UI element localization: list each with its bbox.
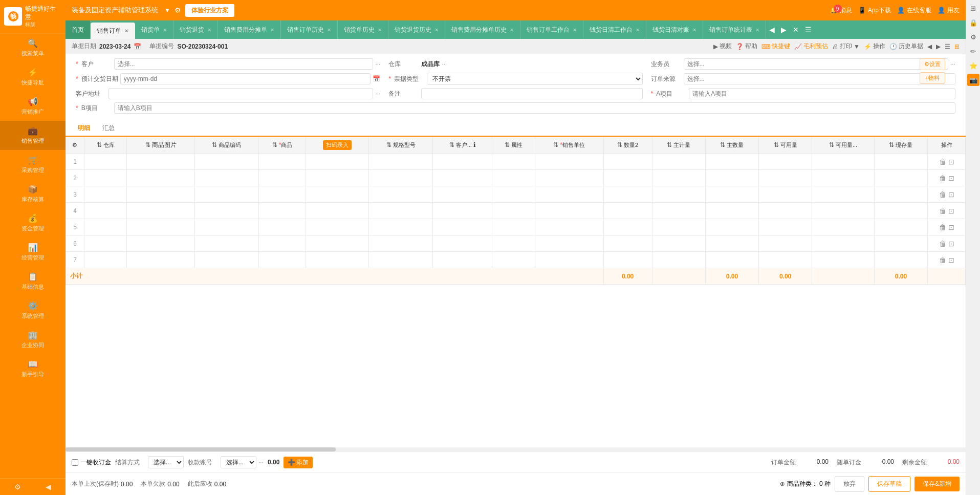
sidebar-item-sales[interactable]: 💼 销售管理 (0, 121, 66, 150)
row-sales-unit[interactable] (535, 154, 603, 170)
customer-expand-icon[interactable]: ··· (375, 60, 380, 68)
right-sidebar-btn-6[interactable]: 📷 (967, 74, 979, 86)
trial-button[interactable]: 体验行业方案 (185, 4, 234, 17)
notification-bell[interactable]: 🔔 9 消息 (830, 6, 852, 15)
tab-close-icon[interactable]: ✕ (378, 27, 382, 33)
sidebar-item-operations[interactable]: 📊 经营管理 (0, 238, 66, 267)
row-delete-icon[interactable]: 🗑 (939, 256, 946, 264)
tab-credit-workbench[interactable]: 钱货日清工作台 ✕ (583, 20, 646, 39)
profit-action-btn[interactable]: 📈 毛利预估 (794, 42, 828, 51)
tab-close-icon[interactable]: ✕ (124, 28, 128, 34)
sidebar-item-marketing[interactable]: 📢 营销推广 (0, 92, 66, 121)
tab-prev-button[interactable]: ◀ (766, 20, 778, 39)
row-qty2[interactable] (603, 154, 652, 170)
row-product[interactable] (259, 154, 306, 170)
one-click-order-checkbox[interactable] (72, 459, 78, 466)
b-project-input[interactable] (114, 102, 955, 114)
row-copy-icon[interactable]: ⊡ (948, 223, 954, 231)
sidebar-item-inventory[interactable]: 📦 库存核算 (0, 179, 66, 208)
save-draft-button[interactable]: 保存草稿 (868, 476, 910, 492)
tab-summary[interactable]: 汇总 (96, 121, 121, 136)
right-sidebar-btn-1[interactable]: ⊞ (967, 2, 979, 14)
bank-expand-icon[interactable]: ··· (258, 459, 264, 466)
row-attributes[interactable] (492, 154, 535, 170)
customer-input[interactable] (114, 58, 374, 70)
row-delete-icon[interactable]: 🗑 (939, 207, 946, 215)
row-delete-icon[interactable]: 🗑 (939, 223, 946, 231)
row-spec[interactable] (369, 154, 433, 170)
app-download[interactable]: 📱 App下载 (858, 6, 891, 15)
tab-home[interactable]: 首页 (66, 20, 91, 39)
system-title-dropdown-icon[interactable]: ▼ (164, 7, 170, 14)
tab-menu-button[interactable]: ☰ (802, 20, 815, 39)
delivery-date-calendar-icon[interactable]: 📅 (373, 75, 380, 82)
help-action-btn[interactable]: ❓ 帮助 (736, 42, 757, 51)
tab-close-icon[interactable]: ✕ (636, 27, 640, 33)
sidebar-item-finance[interactable]: 💰 资金管理 (0, 208, 66, 238)
sidebar-item-enterprise[interactable]: 🏢 企业协同 (0, 325, 66, 354)
row-copy-icon[interactable]: ⊡ (948, 158, 954, 166)
history-action-btn[interactable]: 🕐 历史单据 (889, 42, 923, 51)
bank-account-select[interactable]: 选择... (221, 456, 256, 468)
tab-close-icon[interactable]: ✕ (327, 27, 331, 33)
settings-gear-icon[interactable]: ⚙ (14, 483, 21, 491)
row-copy-icon[interactable]: ⊡ (948, 256, 954, 264)
tab-close-icon[interactable]: ✕ (755, 27, 759, 33)
row-delete-icon[interactable]: 🗑 (939, 158, 946, 166)
tab-credit-reconcile[interactable]: 钱货日清对账 ✕ (646, 20, 703, 39)
payment-method-select[interactable]: 选择... (148, 456, 184, 468)
remarks-input[interactable] (421, 88, 642, 99)
sidebar-item-search[interactable]: 🔍 搜索菜单 (0, 33, 66, 62)
delivery-date-input[interactable] (120, 73, 371, 84)
sidebar-item-system[interactable]: ⚙️ 系统管理 (0, 296, 66, 325)
nav-prev-icon[interactable]: ◀ (927, 43, 932, 50)
tab-close-icon[interactable]: ✕ (270, 27, 274, 33)
order-source-input[interactable] (684, 73, 955, 84)
row-copy-icon[interactable]: ⊡ (948, 190, 954, 199)
tab-expense-split[interactable]: 销售费用分摊单 ✕ (218, 20, 281, 39)
th-scan[interactable]: 扫码录入 (306, 137, 369, 154)
tab-order-history[interactable]: 销售订单历史 ✕ (281, 20, 338, 39)
sidebar-item-quick-nav[interactable]: ⚡ 快捷导航 (0, 62, 66, 92)
row-main-qty[interactable] (705, 154, 758, 170)
tab-workbench[interactable]: 销售订单工作台 ✕ (520, 20, 583, 39)
tab-invoice-history[interactable]: 销货单历史 ✕ (338, 20, 388, 39)
add-payment-button[interactable]: ➕ 添加 (284, 457, 313, 468)
user-menu[interactable]: 👤 用友 (938, 6, 960, 15)
right-sidebar-btn-3[interactable]: ⚙ (967, 31, 979, 43)
scan-button[interactable]: 扫码录入 (323, 140, 352, 150)
list-view-icon[interactable]: ☰ (945, 43, 950, 50)
warehouse-expand-icon[interactable]: ··· (442, 60, 447, 68)
customer-address-input[interactable] (108, 88, 373, 99)
row-customer-code[interactable] (433, 154, 492, 170)
row-copy-icon[interactable]: ⊡ (948, 207, 954, 215)
online-service[interactable]: 👤 在线客服 (897, 6, 931, 15)
sidebar-item-basic-info[interactable]: 📋 基础信息 (0, 267, 66, 296)
tab-sales-invoice[interactable]: 销货单 ✕ (135, 20, 173, 39)
tab-close-icon[interactable]: ✕ (434, 27, 439, 33)
row-product-code[interactable] (194, 154, 258, 170)
tab-close-icon[interactable]: ✕ (573, 27, 577, 33)
right-sidebar-btn-4[interactable]: ✏ (967, 45, 979, 57)
right-sidebar-btn-2[interactable]: 🔒 (967, 16, 979, 29)
tab-close-icon[interactable]: ✕ (692, 27, 696, 33)
view-action-btn[interactable]: ▶ 视频 (713, 42, 732, 51)
scrollbar-thumb[interactable] (66, 447, 336, 451)
tab-detail[interactable]: 明细 (72, 121, 96, 137)
sidebar-item-guide[interactable]: 📖 新手引导 (0, 354, 66, 383)
tab-sales-order[interactable]: 销售订单 ✕ (91, 23, 135, 39)
tab-next-button[interactable]: ▶ (778, 20, 790, 39)
th-settings[interactable]: ⚙ (66, 137, 84, 154)
row-delete-icon[interactable]: 🗑 (939, 190, 946, 199)
row-delete-icon[interactable]: 🗑 (939, 240, 946, 248)
row-copy-icon[interactable]: ⊡ (948, 240, 954, 248)
settings-button[interactable]: ⚙设置 (920, 58, 945, 70)
shortcuts-action-btn[interactable]: ⌨ 快捷键 (761, 42, 790, 51)
salesperson-input[interactable] (684, 58, 948, 70)
row-main-uom[interactable] (652, 154, 705, 170)
print-action-btn[interactable]: 🖨 打印 ▼ (832, 42, 860, 51)
save-new-button[interactable]: 保存&新增 (914, 477, 960, 491)
row-copy-icon[interactable]: ⊡ (948, 174, 954, 182)
salesperson-expand-icon[interactable]: ··· (950, 60, 955, 68)
row-warehouse[interactable] (84, 154, 126, 170)
